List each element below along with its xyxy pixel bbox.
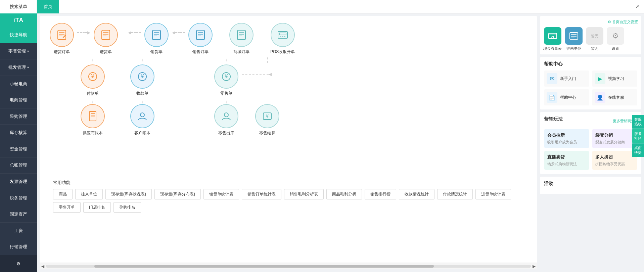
quick-icon-settings[interactable]: ⚙ 设置 (607, 27, 624, 51)
node-jinghuo-dan[interactable]: 进货单 (94, 23, 118, 55)
node-shoukuan-dan[interactable]: ¥ 收款单 (130, 64, 154, 96)
func-btn-goods-profit[interactable]: 商品毛利分析 (326, 189, 362, 199)
customize-setting[interactable]: ⚙ 首页自定义设置 (608, 19, 638, 25)
sidebar-item-xiaochang[interactable]: 小畅电商 (0, 76, 37, 92)
home-tab[interactable]: 首页 (37, 0, 59, 13)
marketing-item-fission[interactable]: 裂变分销 裂变式发展分销商 (592, 129, 637, 148)
sidebar-item-finance[interactable]: 资金管理 (0, 141, 37, 157)
sidebar-item-fixed-asset[interactable]: 固定资产 (0, 206, 37, 223)
help-label-beginner: 新手入门 (560, 76, 576, 82)
func-btn-sales-profit[interactable]: 销售毛利分析表 (284, 189, 324, 199)
sidebar-item-invoice[interactable]: 发票管理 (0, 174, 37, 190)
sidebar-item-label: 固定资产 (10, 211, 27, 217)
sidebar-item-tax[interactable]: 税务管理 (0, 190, 37, 207)
arrow-1: ▶ (77, 30, 90, 35)
sidebar-item-retail[interactable]: 零售管理 ▾ (0, 43, 37, 60)
node-circle-gongying-zhang (81, 104, 105, 128)
marketing-item-desc-live: 场景式购物新玩法 (547, 162, 586, 167)
quick-icon-box-none: 暂无 (586, 27, 603, 45)
activity-panel: 活动 (540, 177, 641, 194)
scroll-left-arrow[interactable]: ◀ (41, 264, 44, 269)
sidebar-item-salary[interactable]: 工资 (0, 223, 37, 239)
node-jinghuo-order[interactable]: 进货订单 (50, 23, 74, 55)
activity-title: 活动 (544, 181, 637, 187)
node-kehu-zhang[interactable]: 客户账本 (130, 104, 154, 136)
marketing-panel: 营销玩法 更多营销玩法 › 会员拉新 吸引用户成为会员 裂变分销 裂变式发展分销… (540, 112, 641, 174)
sidebar-item-wholesale[interactable]: 批发管理 ▾ (0, 59, 37, 76)
svg-rect-16 (237, 30, 245, 40)
quick-icon-partners[interactable]: 往来单位 (565, 27, 583, 51)
svg-rect-4 (102, 30, 110, 40)
scroll-track[interactable] (46, 265, 531, 268)
func-btn-payment-stat[interactable]: 付款情况统计 (437, 189, 473, 199)
func-btn-store-rank[interactable]: 门店排名 (83, 202, 111, 213)
sidebar-item-quick-nav[interactable]: 快捷导航 (0, 27, 37, 43)
node-circle-pos (271, 23, 295, 47)
func-btn-sales-rank[interactable]: 销售排行榜 (365, 189, 396, 199)
sidebar-item-inventory[interactable]: 库存核算 (0, 125, 37, 141)
func-btn-sales-stat[interactable]: 销货单统计表 (203, 189, 239, 199)
node-label-gongying-zhang: 供应商账本 (83, 130, 103, 136)
sidebar-gear-button[interactable]: ⚙ (0, 255, 37, 272)
quick-icon-label-none: 暂无 (591, 46, 598, 51)
node-fukuan-dan[interactable]: ¥ 付款单 (81, 64, 105, 96)
func-btn-purchase-stat[interactable]: 进货单统计表 (475, 189, 511, 199)
func-btn-stock2[interactable]: 现存量(库存分布表) (154, 189, 201, 199)
svg-rect-31 (89, 111, 96, 121)
func-btn-sales-order-stat[interactable]: 销售订单统计表 (242, 189, 281, 199)
expand-icon[interactable]: ⤢ (634, 3, 641, 10)
help-item-beginner[interactable]: ✉ 新手入门 (544, 71, 589, 87)
node-circle-shangcheng-order (229, 23, 254, 47)
help-item-service[interactable]: 👤 在线客服 (592, 89, 637, 105)
marketing-item-desc-fission: 裂变式发展分销商 (595, 140, 634, 145)
func-btn-stock1[interactable]: 现存量(库存状况表) (105, 189, 152, 199)
func-btn-partners[interactable]: 往来单位 (75, 189, 103, 199)
sidebar-item-more[interactable]: 行销管理 (0, 239, 37, 256)
quick-icon-box-settings: ⚙ (607, 27, 624, 45)
help-item-video[interactable]: ▶ 视频学习 (592, 71, 637, 87)
quick-icon-cash-flow[interactable]: 现金流量表 (543, 27, 562, 51)
marketing-item-live[interactable]: 直播卖货 场景式购物新玩法 (544, 151, 589, 170)
arrow-pos-lingshou: ▶ (242, 72, 272, 77)
node-shangcheng-order[interactable]: 商城订单 (229, 23, 254, 55)
scroll-right-arrow[interactable]: ▶ (533, 264, 536, 269)
top-right: ⤢ (634, 3, 644, 10)
sidebar-item-label: 总账管理 (10, 162, 27, 168)
flow-area: 进货订单 ▶ 进货单 (40, 16, 537, 263)
svg-text:¥: ¥ (225, 74, 228, 79)
scroll-thumb (94, 265, 434, 268)
svg-point-41 (552, 36, 554, 38)
common-func-section: 常用功能 商品 往来单位 现存量(库存状况表) 现存量(库存分布表) 销货单统计… (46, 174, 531, 218)
common-func-title: 常用功能 (53, 180, 524, 186)
node-lingshou-dan[interactable]: ¥ 零售单 (214, 64, 238, 96)
node-lingshou-jiesuan[interactable]: ¥ 零售结算 (255, 104, 279, 136)
sidebar-item-purchase[interactable]: 采购管理 (0, 108, 37, 125)
right-panel: ⚙ 首页自定义设置 现金流量表 往来单位 (540, 13, 644, 272)
node-xiaohuo-dan[interactable]: 销货单 (144, 23, 169, 55)
marketing-item-group[interactable]: 多人拼团 拼团购物享受优惠 (592, 151, 637, 170)
float-btn-community[interactable]: 服务社区 (632, 129, 644, 143)
node-gongying-zhang[interactable]: 供应商账本 (81, 104, 105, 136)
marketing-item-member[interactable]: 会员拉新 吸引用户成为会员 (544, 129, 589, 148)
svg-rect-42 (570, 33, 578, 39)
sidebar-item-label: 发票管理 (10, 179, 27, 185)
sidebar: iTA 快捷导航 零售管理 ▾ 批发管理 ▾ 小畅电商 电商管理 采购管理 库存… (0, 13, 37, 272)
func-btn-guide-rank[interactable]: 导购排名 (113, 202, 141, 213)
node-xiaoshou-order[interactable]: 销售订单 (188, 23, 213, 55)
node-pos[interactable]: POS收银开单 (270, 23, 295, 55)
quick-icon-none[interactable]: 暂无 暂无 (586, 27, 603, 51)
node-lingshou-chuku[interactable]: 零售出库 (214, 104, 238, 136)
float-btn-desktop[interactable]: 桌面快捷 (632, 143, 644, 157)
func-btn-receipt-stat[interactable]: 收款情况统计 (399, 189, 434, 199)
svg-point-35 (140, 113, 144, 117)
search-menu[interactable]: 搜索菜单 (0, 0, 37, 13)
float-btn-customer-service[interactable]: 客服热线 (632, 115, 644, 129)
sidebar-item-ecommerce[interactable]: 电商管理 (0, 92, 37, 108)
func-btn-retail-order[interactable]: 零售开单 (53, 202, 81, 213)
help-label-service: 在线客服 (608, 95, 624, 100)
sidebar-item-general[interactable]: 总账管理 (0, 157, 37, 174)
help-item-help[interactable]: 📄 帮助中心 (544, 89, 589, 105)
func-btn-goods[interactable]: 商品 (53, 189, 73, 199)
svg-rect-12 (196, 30, 204, 40)
help-label-help: 帮助中心 (560, 95, 576, 100)
